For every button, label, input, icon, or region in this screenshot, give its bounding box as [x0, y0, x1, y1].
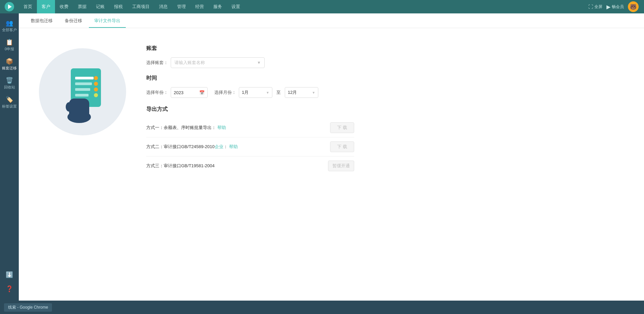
- year-value: 2023: [174, 90, 183, 95]
- tag-settings-icon: 🏷️: [6, 97, 13, 103]
- method3-vip-button[interactable]: 暂缓开通: [328, 161, 354, 171]
- account-select[interactable]: 请输入账套名称 ▼: [171, 57, 265, 68]
- month-end-value: 12月: [288, 89, 297, 96]
- time-row: 选择年份： 2023 📅 选择月份： 1月 ▼ 至 12月 ▼: [146, 87, 354, 98]
- nav-home[interactable]: 首页: [19, 0, 37, 13]
- sidebar-label-tag-settings: 标签设置: [2, 104, 17, 109]
- svg-rect-6: [75, 94, 89, 97]
- month-label: 选择月份：: [214, 89, 236, 96]
- method3-label: 方式三：审计接口GB/T19581-2004: [146, 163, 215, 168]
- nav-invoice[interactable]: 票据: [73, 0, 91, 13]
- section-title-account: 账套: [146, 45, 354, 52]
- taskbar: 线索 - Google Chrome: [0, 301, 644, 314]
- nav-operation[interactable]: 经营: [191, 0, 209, 13]
- recycle-icon: 🗑️: [6, 77, 13, 83]
- section-title-time: 时间: [146, 75, 354, 82]
- svg-point-8: [94, 82, 98, 86]
- sidebar-item-tag-settings[interactable]: 🏷️ 标签设置: [0, 93, 19, 112]
- method1-label: 方式一：余额表、序时账批量导出：: [146, 125, 216, 130]
- nav-manage[interactable]: 管理: [172, 0, 191, 13]
- method2-help-link[interactable]: 帮助: [229, 144, 238, 149]
- fullscreen-label: 全屏: [594, 4, 602, 10]
- sidebar-item-zero-declaration[interactable]: 📋 0申报: [0, 36, 19, 55]
- export-method-1-text: 方式一：余额表、序时账批量导出：帮助: [146, 125, 327, 131]
- method2-enterprise: 企业: [215, 144, 223, 149]
- sidebar-label-account-migration: 账套迁移: [2, 66, 17, 71]
- sidebar: 👥 全部客户 📋 0申报 📦 账套迁移 🗑️ 回收站 🏷️ 标签设置 ⬇️ ❓: [0, 13, 19, 301]
- sidebar-label-all-customers: 全部客户: [2, 27, 17, 33]
- method1-help-link[interactable]: 帮助: [217, 125, 226, 130]
- export-method-3: 方式三：审计接口GB/T19581-2004 暂缓开通: [146, 156, 354, 175]
- taskbar-item-chrome[interactable]: 线索 - Google Chrome: [4, 303, 52, 312]
- nav-accounting[interactable]: 记账: [91, 0, 109, 13]
- account-placeholder: 请输入账套名称: [174, 60, 205, 66]
- calendar-icon: 📅: [199, 90, 205, 95]
- sidebar-item-account-migration[interactable]: 📦 账套迁移: [0, 55, 19, 74]
- svg-point-10: [94, 93, 98, 97]
- export-method-3-text: 方式三：审计接口GB/T19581-2004: [146, 163, 325, 169]
- nav-billing[interactable]: 收费: [55, 0, 73, 13]
- sidebar-item-recycle[interactable]: 🗑️ 回收站: [0, 74, 19, 93]
- year-label: 选择年份：: [146, 89, 168, 96]
- download-icon[interactable]: ⬇️: [3, 268, 16, 281]
- tabs-header: 数据包迁移 备份迁移 审计文件导出: [19, 13, 644, 28]
- nav-tax[interactable]: 报税: [109, 0, 127, 13]
- nav-items: 首页 客户 收费 票据 记账 报税 工商项目 消息 管理 经营 服务 设置: [19, 0, 245, 13]
- nav-settings[interactable]: 设置: [227, 0, 245, 13]
- illustration-area: [39, 48, 126, 135]
- export-section: 导出方式 方式一：余额表、序时账批量导出：帮助 下 载 方式二：审计接口GB/T…: [146, 106, 354, 175]
- help-icon[interactable]: ❓: [3, 282, 16, 295]
- method1-download-button[interactable]: 下 载: [330, 122, 354, 133]
- top-nav-right: ⛶ 全屏 ▶ 畅会员 🐻: [588, 1, 644, 12]
- top-nav: 首页 客户 收费 票据 记账 报税 工商项目 消息 管理 经营 服务 设置 ⛶ …: [0, 0, 644, 13]
- method2-download-button[interactable]: 下 载: [330, 141, 354, 152]
- member-button[interactable]: ▶ 畅会员: [606, 4, 624, 10]
- customers-icon: 👥: [6, 20, 13, 26]
- svg-point-9: [94, 87, 98, 91]
- sidebar-label-recycle: 回收站: [4, 85, 15, 90]
- svg-point-13: [66, 102, 72, 112]
- svg-point-7: [94, 76, 98, 80]
- avatar[interactable]: 🐻: [628, 1, 639, 12]
- nav-messages[interactable]: 消息: [154, 0, 172, 13]
- form-area: 账套 选择账套： 请输入账套名称 ▼ 时间 选择年份： 2023 �: [146, 42, 354, 175]
- sidebar-item-all-customers[interactable]: 👥 全部客户: [0, 17, 19, 36]
- sidebar-bottom: ⬇️ ❓: [3, 268, 16, 301]
- zero-declaration-icon: 📋: [6, 39, 13, 45]
- method2-label: 方式二：审计接口GB/T24589-2010: [146, 144, 215, 149]
- export-method-1: 方式一：余额表、序时账批量导出：帮助 下 载: [146, 118, 354, 137]
- month-start-select[interactable]: 1月 ▼: [239, 87, 272, 98]
- month-end-arrow-icon: ▼: [312, 91, 315, 95]
- nav-customers[interactable]: 客户: [37, 0, 55, 13]
- svg-rect-4: [75, 82, 92, 85]
- svg-rect-3: [75, 77, 94, 79]
- month-end-select[interactable]: 12月 ▼: [285, 87, 318, 98]
- member-icon: ▶: [606, 4, 610, 10]
- fullscreen-button[interactable]: ⛶ 全屏: [588, 4, 602, 10]
- content-area: 数据包迁移 备份迁移 审计文件导出: [19, 13, 644, 301]
- tab-backup-migration[interactable]: 备份迁移: [59, 14, 88, 28]
- illustration-circle: [39, 48, 126, 135]
- fullscreen-icon: ⛶: [588, 4, 593, 9]
- account-migration-icon: 📦: [6, 58, 13, 64]
- section-title-export: 导出方式: [146, 106, 354, 113]
- tab-audit-export[interactable]: 审计文件导出: [89, 14, 126, 28]
- main-layout: 👥 全部客户 📋 0申报 📦 账套迁移 🗑️ 回收站 🏷️ 标签设置 ⬇️ ❓ …: [0, 13, 644, 301]
- month-start-arrow-icon: ▼: [266, 91, 269, 95]
- app-logo[interactable]: [3, 1, 15, 13]
- separator: 至: [275, 89, 282, 96]
- account-label: 选择账套：: [146, 60, 168, 66]
- month-start-value: 1月: [242, 89, 249, 96]
- export-method-2-text: 方式二：审计接口GB/T24589-2010企业：帮助: [146, 144, 327, 150]
- member-label: 畅会员: [612, 4, 624, 10]
- nav-service[interactable]: 服务: [209, 0, 227, 13]
- nav-business[interactable]: 工商项目: [127, 0, 154, 13]
- account-arrow-icon: ▼: [257, 60, 261, 65]
- main-content: 账套 选择账套： 请输入账套名称 ▼ 时间 选择年份： 2023 �: [19, 28, 644, 301]
- tab-data-migration[interactable]: 数据包迁移: [25, 14, 58, 28]
- year-input[interactable]: 2023 📅: [171, 87, 208, 98]
- sidebar-label-zero-declaration: 0申报: [5, 47, 14, 52]
- export-method-2: 方式二：审计接口GB/T24589-2010企业：帮助 下 载: [146, 137, 354, 156]
- account-row: 选择账套： 请输入账套名称 ▼: [146, 57, 354, 68]
- svg-rect-5: [75, 88, 90, 91]
